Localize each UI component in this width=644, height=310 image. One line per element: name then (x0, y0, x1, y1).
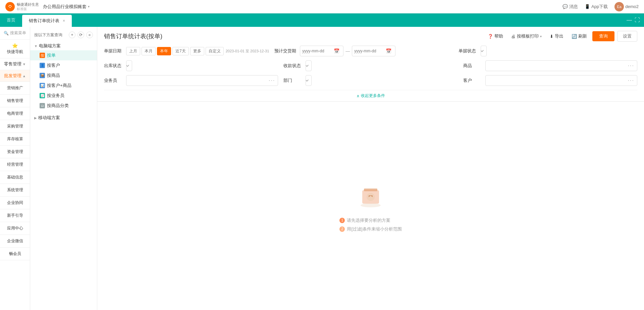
message-icon: 💬 (562, 4, 568, 9)
refresh-scheme-button[interactable]: ⟳ (77, 32, 84, 38)
salesperson-input-wrap[interactable]: ··· (126, 75, 278, 86)
search-icon: 🔍 (4, 31, 9, 36)
svg-point-6 (369, 195, 370, 197)
date-last-7days[interactable]: 近7天 (172, 47, 189, 55)
date-from-wrapper: 📅 (300, 46, 343, 56)
pc-scheme-section: ▼ 电脑端方案 按 按单 👤 按客户 📦 按商品 📊 按客户+商品 (30, 40, 97, 112)
query-button[interactable]: 查询 (592, 31, 614, 41)
scheme-icon-customer-product: 📊 (40, 83, 45, 88)
ship-status-group: 出库状态 (104, 60, 278, 71)
template-print-button[interactable]: 🖨 按模板打印 ▾ (508, 32, 544, 41)
tip-item-2: 2 用[过滤]条件来缩小分析范围 (339, 225, 401, 234)
user-nav[interactable]: Ea demo2 (614, 2, 639, 11)
sidebar-item-corpwechat[interactable]: 企业微信 (0, 235, 30, 248)
svg-point-2 (361, 203, 381, 207)
mobile-scheme-section: ▶ 移动端方案 (30, 112, 97, 123)
tab-report[interactable]: 销售订单统计表 × (22, 15, 72, 27)
sidebar-item-member[interactable]: 畅会员 (0, 248, 30, 260)
date-from-input[interactable] (302, 49, 332, 53)
app-selector[interactable]: 办公用品行业模拟账套 ▾ (43, 4, 90, 10)
svg-point-0 (7, 4, 13, 10)
phone-icon: 📱 (585, 4, 590, 9)
settings-button[interactable]: 设置 (617, 31, 637, 42)
scheme-by-order[interactable]: 按 按单 (30, 50, 97, 60)
sidebar-item-purchase[interactable]: 采购管理 (0, 120, 30, 133)
collapse-panel-button[interactable]: « (86, 32, 93, 38)
ship-status-select[interactable] (126, 60, 132, 71)
tab-bar: 首页 销售订单统计表 × — ⛶ (0, 13, 644, 27)
date-to-input[interactable] (354, 49, 384, 53)
export-button[interactable]: ⬇ 导出 (547, 32, 566, 41)
right-main: 销售订单统计表(按单) ❓ 帮助 🖨 按模板打印 ▾ ⬇ (97, 27, 644, 310)
sidebar-item-wholesale[interactable]: 批发管理 ▲ (0, 70, 30, 82)
product-more-icon[interactable]: ··· (628, 63, 634, 69)
filter-area: 单据日期 上月 本月 本年 近7天 更多 自定义 2023-01-01 至 20… (104, 46, 637, 90)
sidebar-item-appcenter[interactable]: 应用中心 (0, 222, 30, 235)
add-scheme-button[interactable]: + (69, 32, 75, 38)
department-select[interactable] (306, 75, 312, 86)
sidebar-item-marketing[interactable]: 营销推广 (0, 82, 30, 95)
page-action-group: ❓ 帮助 🖨 按模板打印 ▾ ⬇ 导出 🔄 (485, 31, 637, 42)
scheme-by-customer[interactable]: 👤 按客户 (30, 60, 97, 70)
sidebar-quick-nav[interactable]: ⭐ 快捷导航 (0, 40, 30, 58)
filter-row-2: 出库状态 收款状态 (104, 60, 637, 71)
salesperson-more-icon[interactable]: ··· (269, 78, 275, 84)
refresh-button[interactable]: 🔄 刷新 (569, 32, 590, 41)
message-nav[interactable]: 💬 消息 (562, 4, 578, 10)
scheme-by-customer-product[interactable]: 📊 按客户+商品 (30, 81, 97, 91)
sidebar-item-system[interactable]: 系统管理 (0, 184, 30, 197)
tab-close-icon[interactable]: × (63, 18, 65, 23)
date-this-year[interactable]: 本年 (157, 47, 171, 55)
tab-home[interactable]: 首页 (0, 13, 22, 27)
tab-bar-actions: — ⛶ (627, 17, 644, 23)
sidebar-item-ecommerce[interactable]: 电商管理 (0, 107, 30, 120)
date-this-month[interactable]: 本月 (142, 47, 156, 55)
scheme-by-product[interactable]: 📦 按商品 (30, 70, 97, 81)
empty-illustration (354, 178, 387, 212)
chevron-down-icon: ▾ (540, 35, 542, 38)
star-icon: ⭐ (12, 43, 18, 48)
svg-point-1 (10, 7, 11, 8)
date-to-wrapper: 📅 (352, 46, 395, 56)
customer-group: 客户 ··· (463, 75, 637, 86)
sidebar-item-retail[interactable]: 零售管理 ▼ (0, 58, 30, 70)
chevron-up-icon: ∧ (357, 94, 360, 98)
scheme-by-category[interactable]: 🗂 按商品分类 (30, 101, 97, 111)
payment-status-select[interactable] (306, 60, 312, 71)
doc-status-select[interactable] (481, 46, 487, 56)
date-last-month[interactable]: 上月 (126, 47, 140, 55)
empty-state: 1 请先选择要分析的方案 2 用[过滤]条件来缩小分析范围 (97, 102, 644, 310)
tab-maximize-icon[interactable]: ⛶ (635, 17, 640, 23)
sidebar-item-enterprise[interactable]: 企业协同 (0, 197, 30, 209)
date-custom[interactable]: 自定义 (206, 47, 224, 55)
customer-more-icon[interactable]: ··· (628, 78, 634, 84)
calendar-icon[interactable]: 📅 (334, 48, 339, 54)
app-download-nav[interactable]: 📱 App下载 (585, 4, 608, 10)
sidebar-search[interactable]: 🔍 搜索菜单 (0, 27, 30, 40)
expected-delivery-group: 预计交货期 📅 — 📅 (274, 46, 453, 56)
sidebar-item-sales[interactable]: 销售管理 (0, 95, 30, 107)
logo-area: 畅捷通好生意 标准版 (5, 2, 39, 11)
sidebar-item-newuser[interactable]: 新手引导 (0, 209, 30, 222)
tip-num-1: 1 (339, 218, 345, 223)
sidebar-item-operations[interactable]: 经营管理 (0, 158, 30, 171)
pc-section-title[interactable]: ▼ 电脑端方案 (30, 42, 97, 50)
date-more[interactable]: 更多 (190, 47, 204, 55)
department-group: 部门 (283, 75, 458, 86)
collapse-filters-button[interactable]: ∧ 收起更多条件 (104, 90, 637, 101)
scheme-by-salesperson[interactable]: 📈 按业务员 (30, 91, 97, 101)
product-input-wrap[interactable]: ··· (485, 60, 637, 71)
filter-row-1: 单据日期 上月 本月 本年 近7天 更多 自定义 2023-01-01 至 20… (104, 46, 637, 56)
mobile-section-title[interactable]: ▶ 移动端方案 (30, 113, 97, 122)
main-layout: 🔍 搜索菜单 ⭐ 快捷导航 零售管理 ▼ 批发管理 ▲ 营销推广 销售管理 电商… (0, 27, 644, 310)
tip-item-1: 1 请先选择要分析的方案 (339, 216, 401, 225)
panel-header: 按以下方案查询 + ⟳ « (30, 30, 97, 40)
tab-minimize-icon[interactable]: — (627, 17, 632, 23)
customer-input-wrap[interactable]: ··· (485, 75, 637, 86)
sidebar: 🔍 搜索菜单 ⭐ 快捷导航 零售管理 ▼ 批发管理 ▲ 营销推广 销售管理 电商… (0, 27, 30, 310)
sidebar-item-basic[interactable]: 基础信息 (0, 171, 30, 184)
calendar-icon-2[interactable]: 📅 (386, 48, 391, 54)
sidebar-item-finance[interactable]: 资金管理 (0, 146, 30, 158)
help-button[interactable]: ❓ 帮助 (485, 32, 506, 41)
sidebar-item-inventory[interactable]: 库存核算 (0, 133, 30, 146)
